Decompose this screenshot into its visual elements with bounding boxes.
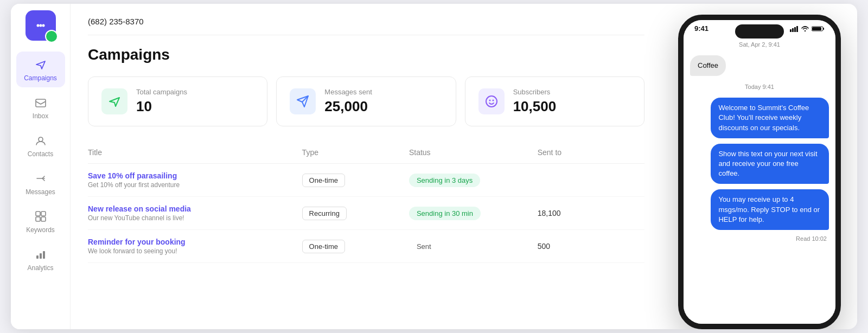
campaign-type-cell: One-time — [302, 240, 409, 253]
dynamic-island — [735, 24, 784, 39]
header-title: Title — [88, 148, 302, 157]
table-header: Title Type Status Sent to — [88, 144, 644, 164]
outgoing-message-1: Welcome to Summit's Coffee Club! You'll … — [711, 98, 829, 138]
campaign-status-cell: Sending in 30 min — [409, 207, 538, 220]
keywords-label: Keywords — [26, 226, 55, 234]
svg-rect-23 — [823, 28, 824, 30]
sidebar-item-inbox[interactable]: Inbox — [16, 89, 65, 125]
sent-to: 500 — [538, 242, 644, 251]
svg-point-3 — [42, 24, 44, 27]
messages-label: Messages — [25, 188, 55, 196]
campaigns-label: Campaigns — [24, 74, 57, 82]
app-logo[interactable] — [25, 10, 56, 41]
svg-point-15 — [489, 100, 490, 101]
outgoing-message-3: You may receive up to 4 msgs/mo. Reply S… — [711, 189, 829, 230]
svg-rect-12 — [40, 253, 42, 259]
page-title: Campaigns — [88, 46, 644, 63]
read-label: Read 10:02 — [690, 235, 829, 242]
campaign-title[interactable]: New release on social media — [88, 204, 302, 213]
svg-point-5 — [39, 137, 43, 142]
stat-value-campaigns: 10 — [136, 98, 187, 115]
table-row: Save 10% off parasailing Get 10% off you… — [88, 164, 644, 197]
analytics-label: Analytics — [27, 264, 53, 272]
header-status: Status — [409, 148, 538, 157]
sidebar-item-campaigns[interactable]: Campaigns — [16, 52, 65, 87]
type-badge: Recurring — [302, 207, 347, 220]
app-container: Campaigns Inbox Contacts — [11, 4, 857, 329]
messages-icon — [33, 171, 48, 186]
main-content: (682) 235-8370 Campaigns Total campaigns… — [71, 4, 662, 329]
campaign-desc: Our new YouTube channel is live! — [88, 214, 302, 222]
status-badge: Sending in 3 days — [409, 174, 480, 187]
stat-info-campaigns: Total campaigns 10 — [136, 88, 187, 115]
svg-rect-8 — [41, 212, 46, 216]
stat-label-messages: Messages sent — [324, 88, 372, 96]
svg-point-21 — [805, 30, 806, 31]
sidebar-item-messages[interactable]: Messages — [16, 165, 65, 201]
date-label-2: Today 9:41 — [690, 84, 829, 90]
table-row: Reminder for your booking We look forwar… — [88, 230, 644, 263]
stat-info-messages: Messages sent 25,000 — [324, 88, 372, 115]
messages-sent-icon — [290, 88, 316, 114]
inbox-icon — [33, 95, 48, 110]
stat-card-subscribers: Subscribers 10,500 — [465, 76, 644, 126]
status-badge: Sent — [409, 240, 439, 253]
svg-rect-13 — [43, 251, 45, 259]
status-badge: Sending in 30 min — [409, 207, 481, 220]
contacts-icon — [33, 133, 48, 148]
outgoing-message-2: Show this text on your next visit and re… — [711, 144, 829, 184]
stat-card-messages-sent: Messages sent 25,000 — [276, 76, 456, 126]
svg-rect-24 — [812, 27, 821, 30]
campaign-status-cell: Sending in 3 days — [409, 174, 538, 187]
type-badge: One-time — [302, 174, 345, 187]
stat-value-messages: 25,000 — [324, 98, 372, 115]
campaign-desc: Get 10% off your first adventure — [88, 181, 302, 189]
header-sent-to: Sent to — [538, 148, 644, 157]
sidebar-item-analytics[interactable]: Analytics — [16, 241, 65, 277]
campaign-type-cell: One-time — [302, 174, 409, 187]
campaign-title-cell: Reminder for your booking We look forwar… — [88, 238, 302, 255]
sidebar-item-contacts[interactable]: Contacts — [16, 127, 65, 163]
contacts-label: Contacts — [28, 150, 53, 158]
svg-point-2 — [39, 24, 42, 27]
svg-rect-20 — [796, 26, 798, 32]
campaign-title[interactable]: Save 10% off parasailing — [88, 171, 302, 180]
svg-point-16 — [492, 100, 494, 101]
campaign-desc: We look forward to seeing you! — [88, 247, 302, 255]
svg-rect-18 — [792, 28, 794, 32]
svg-rect-4 — [36, 99, 46, 107]
campaigns-table: Title Type Status Sent to Save 10% off p… — [88, 144, 644, 263]
campaigns-icon — [33, 57, 48, 72]
phone-messages-area: Sat, Apr 2, 9:41 Coffee Today 9:41 Welco… — [684, 35, 835, 324]
svg-rect-9 — [36, 217, 40, 221]
stat-label-subscribers: Subscribers — [513, 88, 557, 96]
sidebar-item-keywords[interactable]: Keywords — [16, 203, 65, 239]
stat-label-campaigns: Total campaigns — [136, 88, 187, 96]
sent-to: 18,100 — [538, 209, 644, 217]
campaign-title-cell: Save 10% off parasailing Get 10% off you… — [88, 171, 302, 189]
campaign-title[interactable]: Reminder for your booking — [88, 238, 302, 246]
phone-status-icons — [790, 25, 825, 32]
phone-mockup: 9:41 — [678, 15, 841, 329]
phone-area: 9:41 — [662, 4, 857, 329]
stat-info-subscribers: Subscribers 10,500 — [513, 88, 557, 115]
svg-rect-17 — [790, 29, 792, 32]
date-label-1: Sat, Apr 2, 9:41 — [690, 41, 829, 48]
inbox-label: Inbox — [33, 112, 48, 120]
phone-number: (682) 235-8370 — [88, 17, 644, 35]
sidebar: Campaigns Inbox Contacts — [11, 4, 71, 329]
stat-value-subscribers: 10,500 — [513, 98, 557, 115]
svg-rect-19 — [794, 27, 796, 32]
stat-card-total-campaigns: Total campaigns 10 — [88, 76, 267, 126]
incoming-message: Coffee — [690, 55, 726, 76]
header-type: Type — [302, 148, 409, 157]
table-row: New release on social media Our new YouT… — [88, 197, 644, 230]
phone-time: 9:41 — [694, 24, 709, 33]
analytics-icon — [33, 247, 48, 262]
svg-rect-7 — [36, 212, 40, 216]
svg-rect-10 — [41, 217, 46, 221]
messages-scroll: Sat, Apr 2, 9:41 Coffee Today 9:41 Welco… — [684, 35, 835, 324]
campaign-status-cell: Sent — [409, 240, 538, 253]
svg-point-1 — [36, 24, 39, 27]
svg-point-14 — [486, 96, 497, 107]
